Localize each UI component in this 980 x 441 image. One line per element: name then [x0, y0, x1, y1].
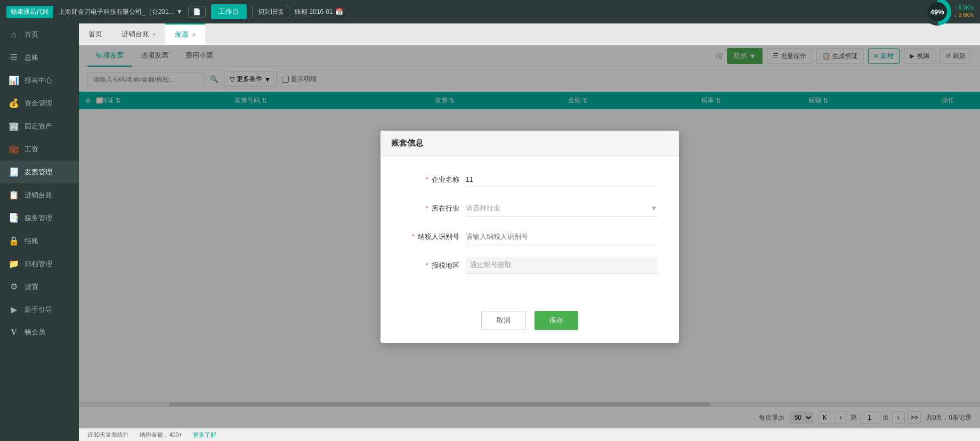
- period-display: 账期 2016-01 📅: [295, 7, 343, 17]
- modal-footer: 取消 保存: [380, 302, 679, 343]
- industry-label: * 所在行业: [402, 204, 466, 213]
- sidebar-item-label: 首页: [25, 30, 38, 39]
- company-name-row: * 企业名称: [402, 172, 658, 187]
- fixed-assets-icon: 🏢: [9, 121, 19, 131]
- industry-placeholder: 请选择行业: [466, 203, 500, 213]
- tab-home[interactable]: 首页: [79, 24, 112, 44]
- sidebar-item-payroll[interactable]: 💼 工资: [0, 138, 79, 161]
- sidebar-item-settings[interactable]: ⚙ 设置: [0, 275, 79, 298]
- sidebar-item-guide[interactable]: ▶ 新手引导: [0, 298, 79, 321]
- funds-icon: 💰: [9, 98, 19, 108]
- tab-purchase-sales[interactable]: 进销台账 ×: [112, 24, 165, 44]
- home-icon: ⌂: [9, 30, 19, 39]
- speed-stats: ↑ 8.5K/s ↓ 2.6K/s: [954, 4, 974, 19]
- sidebar-item-tax[interactable]: 📑 税务管理: [0, 206, 79, 229]
- save-btn[interactable]: 保存: [534, 311, 578, 330]
- company-name-label: * 企业名称: [402, 175, 466, 185]
- tax-id-input[interactable]: [466, 229, 658, 244]
- industry-select[interactable]: 请选择行业 ▼: [466, 200, 658, 217]
- sidebar-item-fixed-assets[interactable]: 🏢 固定资产: [0, 115, 79, 138]
- purchase-sales-icon: 📋: [9, 190, 19, 200]
- sidebar-item-label: 结账: [25, 236, 38, 246]
- cancel-btn[interactable]: 取消: [481, 311, 526, 330]
- tax-region-label: * 报税地区: [402, 261, 466, 270]
- status-item-2: 纳税金额：400+: [140, 431, 182, 439]
- sidebar: ⌂ 首页 ☰ 总账 📊 报表中心 💰 资金管理 🏢 固定资产 💼 工资 🧾 发票…: [0, 23, 79, 441]
- tab-purchase-sales-close[interactable]: ×: [152, 31, 156, 37]
- industry-dropdown-icon: ▼: [651, 204, 658, 212]
- tax-id-row: * 纳税人识别号: [402, 229, 658, 244]
- reports-icon: 📊: [9, 75, 19, 85]
- sidebar-item-label: 进销台账: [25, 190, 52, 200]
- switch-old-btn[interactable]: 切到旧版: [252, 5, 289, 19]
- tax-id-label: * 纳税人识别号: [402, 232, 466, 242]
- topbar: 畅康通易代账 上海卯金刀电子科技有限公司_（台201... ▼ 📄 工作台 切到…: [0, 0, 980, 23]
- main-content: 首页 进销台账 × 发票 × 销项发票 进项发票 费用小: [79, 23, 980, 441]
- settings-icon: ⚙: [9, 282, 19, 292]
- required-star: *: [426, 261, 428, 269]
- sidebar-item-funds[interactable]: 💰 资金管理: [0, 92, 79, 115]
- payroll-icon: 💼: [9, 144, 19, 154]
- status-item-1: 近30天发票统计: [87, 431, 129, 439]
- content-area: 销项发票 进项发票 费用小票 ⊞ 取票 ▼ ☰ 批量操作: [79, 45, 980, 428]
- speed-percent: 49%: [930, 8, 944, 16]
- download-speed: ↓ 2.6K/s: [954, 12, 974, 19]
- sidebar-item-label: 设置: [25, 282, 38, 292]
- tax-region-display: 通过税号获取: [466, 257, 658, 274]
- status-bar: 近30天发票统计 纳税金额：400+ 更多了解: [79, 428, 980, 441]
- modal-title: 账套信息: [380, 131, 679, 156]
- tab-invoice[interactable]: 发票 ×: [165, 23, 205, 45]
- sidebar-item-ledger[interactable]: ☰ 总账: [0, 46, 79, 69]
- sidebar-item-archive[interactable]: 📁 归档管理: [0, 252, 79, 275]
- doc-icon-btn[interactable]: 📄: [188, 6, 206, 18]
- tab-invoice-close[interactable]: ×: [192, 31, 195, 38]
- sidebar-item-label: 畅会员: [25, 327, 45, 337]
- required-star: *: [426, 204, 428, 212]
- modal-body: * 企业名称 * 所在行业 请选择行业: [380, 156, 679, 302]
- calendar-icon[interactable]: 📅: [335, 8, 343, 15]
- sidebar-item-label: 总账: [25, 53, 38, 62]
- sidebar-item-member[interactable]: V 畅会员: [0, 321, 79, 343]
- topbar-right: 49% ↑ 8.5K/s ↓ 2.6K/s: [924, 0, 974, 26]
- app-logo: 畅康通易代账: [6, 6, 53, 18]
- company-name: 上海卯金刀电子科技有限公司_（台201...: [59, 7, 174, 17]
- invoice-icon: 🧾: [9, 167, 19, 177]
- status-item-3[interactable]: 更多了解: [193, 431, 216, 439]
- upload-speed: ↑ 8.5K/s: [954, 4, 974, 12]
- member-icon: V: [9, 327, 19, 337]
- speed-circle: 49%: [924, 0, 951, 26]
- sidebar-item-invoice[interactable]: 🧾 发票管理: [0, 161, 79, 183]
- archive-icon: 📁: [9, 259, 19, 269]
- sidebar-item-purchase-sales[interactable]: 📋 进销台账: [0, 183, 79, 206]
- tax-region-row: * 报税地区 通过税号获取: [402, 257, 658, 274]
- industry-row: * 所在行业 请选择行业 ▼: [402, 200, 658, 217]
- closing-icon: 🔒: [9, 236, 19, 246]
- sidebar-item-reports[interactable]: 📊 报表中心: [0, 69, 79, 92]
- sidebar-item-label: 资金管理: [25, 99, 52, 108]
- tab-home-label: 首页: [88, 29, 102, 39]
- guide-icon: ▶: [9, 304, 19, 315]
- sidebar-item-label: 归档管理: [25, 259, 52, 269]
- tax-icon: 📑: [9, 213, 19, 223]
- required-star: *: [426, 175, 428, 183]
- sidebar-item-label: 工资: [25, 145, 38, 154]
- period-value: 2016-01: [310, 8, 333, 15]
- sidebar-item-label: 税务管理: [25, 213, 52, 223]
- modal-overlay: 账套信息 * 企业名称 *: [79, 45, 980, 428]
- sidebar-item-label: 固定资产: [25, 122, 52, 131]
- sidebar-item-home[interactable]: ⌂ 首页: [0, 23, 79, 46]
- company-dropdown-icon[interactable]: ▼: [176, 8, 183, 15]
- account-info-modal: 账套信息 * 企业名称 *: [380, 131, 679, 343]
- sidebar-item-label: 发票管理: [25, 167, 52, 177]
- required-star: *: [412, 232, 415, 240]
- company-name-input[interactable]: [466, 172, 658, 187]
- tab-invoice-label: 发票: [175, 30, 189, 39]
- main-layout: ⌂ 首页 ☰ 总账 📊 报表中心 💰 资金管理 🏢 固定资产 💼 工资 🧾 发票…: [0, 23, 980, 441]
- sidebar-item-label: 新手引导: [25, 305, 52, 315]
- period-label: 账期: [295, 7, 307, 17]
- company-selector[interactable]: 上海卯金刀电子科技有限公司_（台201... ▼: [59, 7, 183, 17]
- workspace-btn[interactable]: 工作台: [211, 4, 247, 19]
- ledger-icon: ☰: [9, 52, 19, 62]
- sidebar-item-closing[interactable]: 🔒 结账: [0, 229, 79, 252]
- tab-purchase-sales-label: 进销台账: [122, 29, 149, 39]
